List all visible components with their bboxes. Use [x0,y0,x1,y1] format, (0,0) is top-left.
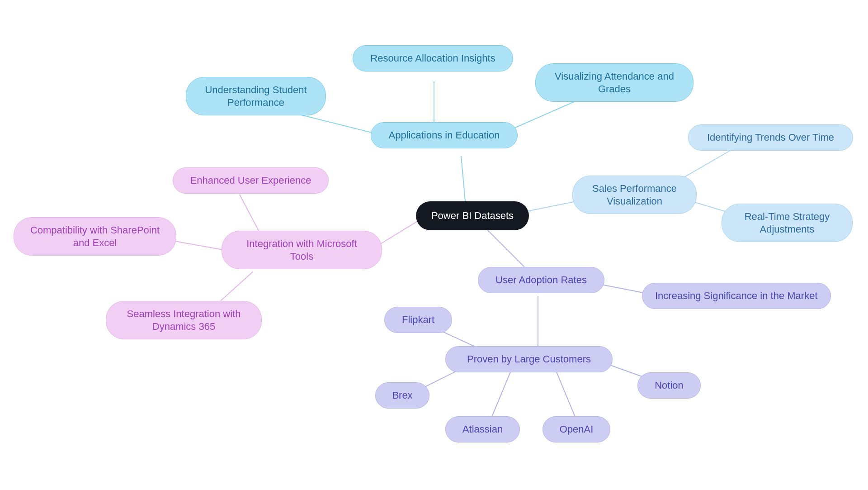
node-resource-allocation-insights: Resource Allocation Insights [353,45,513,71]
node-applications-in-education: Applications in Education [371,122,518,148]
mindmap-canvas: Power BI Datasets Applications in Educat… [0,0,868,490]
node-seamless-integration-dynamics-365: Seamless Integration with Dynamics 365 [106,301,262,339]
root-node: Power BI Datasets [416,201,529,230]
node-enhanced-user-experience: Enhanced User Experience [173,167,329,194]
node-flipkart: Flipkart [384,307,452,333]
node-integration-with-microsoft-tools: Integration with Microsoft Tools [222,231,382,269]
node-openai: OpenAI [542,416,610,442]
edge [461,156,466,206]
node-compatibility-sharepoint-excel: Compatibility with SharePoint and Excel [14,217,176,256]
node-atlassian: Atlassian [445,416,520,442]
node-increasing-significance-in-market: Increasing Significance in the Market [642,283,831,309]
node-identifying-trends-over-time: Identifying Trends Over Time [688,124,853,151]
node-notion: Notion [637,372,701,399]
edge [484,226,529,271]
node-proven-by-large-customers: Proven by Large Customers [445,346,613,372]
node-understanding-student-performance: Understanding Student Performance [186,77,326,115]
node-visualizing-attendance-and-grades: Visualizing Attendance and Grades [535,63,693,102]
edge [167,240,231,251]
edge [380,219,420,244]
node-brex: Brex [375,382,429,409]
node-sales-performance-visualization: Sales Performance Visualization [572,176,697,214]
node-user-adoption-rates: User Adoption Rates [478,267,604,293]
node-real-time-strategy-adjustments: Real-Time Strategy Adjustments [722,204,853,242]
